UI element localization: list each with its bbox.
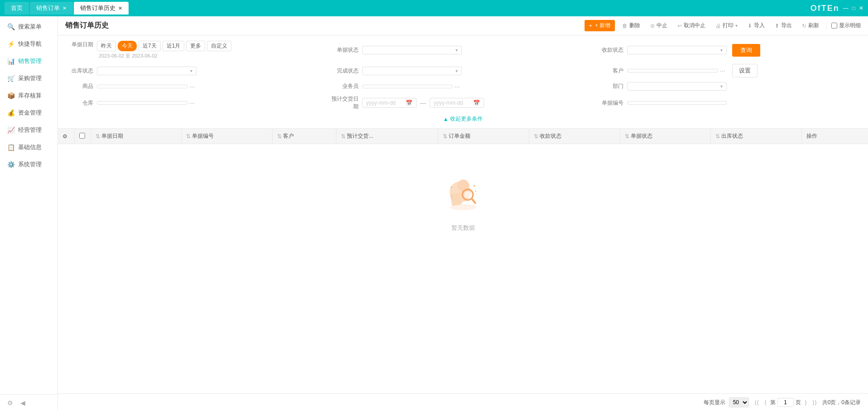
col-number: ⇅ 单据编号 [182, 129, 273, 144]
salesperson-label: 业务员 [331, 82, 362, 90]
stock-out-label: 出库状态 [65, 67, 97, 75]
sidebar-collapse-icon[interactable]: ◀ [20, 399, 25, 406]
sidebar-item-system[interactable]: ⚙️ 系统管理 [0, 156, 58, 173]
import-icon: ⬇ [748, 23, 752, 29]
print-dropdown-icon[interactable]: ▾ [735, 23, 738, 28]
tab-home[interactable]: 首页 [5, 2, 29, 15]
col-expected-date: ⇅ 预计交货... [336, 129, 438, 144]
display-detail-checkbox[interactable]: 显示明细 [831, 22, 861, 29]
sort-icon-4[interactable]: ⇅ [341, 133, 345, 140]
close-icon[interactable]: ✕ [118, 5, 122, 11]
sort-icon[interactable]: ⇅ [96, 133, 100, 140]
collapse-filter-button[interactable]: ▲ 收起更多条件 [65, 115, 861, 123]
table-settings-col: ⚙ [58, 129, 74, 144]
salesperson-more-icon[interactable]: ··· [453, 83, 462, 90]
print-button[interactable]: 🖨 打印 ▾ [713, 20, 740, 31]
chevron-down-icon: ▾ [456, 48, 458, 53]
sidebar-item-basics[interactable]: 📋 基础信息 [0, 139, 58, 156]
cancel-stop-icon: ↩ [677, 23, 682, 29]
complete-label: 完成状态 [331, 67, 362, 75]
stock-out-select[interactable]: ▾ [97, 67, 197, 75]
purchase-icon: 🛒 [7, 75, 14, 82]
expected-date-label: 预计交货日期 [331, 95, 362, 111]
settings-button[interactable]: 设置 [732, 64, 758, 77]
sort-icon-7[interactable]: ⇅ [625, 133, 629, 140]
warehouse-more-icon[interactable]: ··· [187, 99, 197, 106]
import-button[interactable]: ⬇ 导入 [745, 20, 767, 31]
date-btn-more[interactable]: 更多 [186, 41, 205, 51]
customer-more-icon[interactable]: ··· [718, 67, 727, 74]
bill-number-input[interactable] [627, 101, 727, 105]
bill-number-label: 单据编号 [595, 99, 627, 107]
customer-input[interactable] [627, 69, 718, 73]
date-btn-7days[interactable]: 近7天 [139, 41, 161, 51]
sidebar-item-inventory[interactable]: 📦 库存核算 [0, 87, 58, 104]
receipt-status-select[interactable]: ▾ [627, 46, 727, 54]
salesperson-input[interactable] [362, 85, 453, 88]
window-minimize-icon[interactable]: — [843, 5, 849, 11]
complete-select[interactable]: ▾ [362, 67, 462, 75]
sidebar-item-purchase[interactable]: 🛒 采购管理 [0, 70, 58, 87]
bill-status-select[interactable]: ▾ [362, 46, 462, 54]
tab-sales-order[interactable]: 销售订单 ✕ [30, 2, 73, 15]
per-page-select[interactable]: 50 [729, 397, 749, 407]
sidebar-item-quicknav[interactable]: ⚡ 快捷导航 [0, 35, 58, 53]
product-more-icon[interactable]: ··· [187, 83, 197, 90]
refresh-icon: ↻ [802, 23, 806, 29]
export-button[interactable]: ⬆ 导出 [772, 20, 795, 31]
delete-button[interactable]: 🗑 删除 [619, 20, 643, 31]
gear-icon[interactable]: ⚙ [62, 133, 67, 140]
display-detail-input[interactable] [831, 23, 837, 29]
first-page-button[interactable]: ⟨⟨ [753, 398, 761, 407]
prev-page-button[interactable]: ⟨ [762, 398, 768, 407]
tab-sales-order-history[interactable]: 销售订单历史 ✕ [74, 2, 129, 15]
svg-line-5 [471, 198, 475, 203]
sidebar-item-sales[interactable]: 📊 销售管理 [0, 53, 58, 70]
chevron-down-icon-2: ▾ [720, 48, 723, 53]
expected-date-to[interactable]: yyyy-mm-dd 📅 [430, 98, 484, 108]
customer-label: 客户 [595, 67, 627, 75]
sort-icon-2[interactable]: ⇅ [186, 133, 191, 140]
window-maximize-icon[interactable]: □ [852, 5, 855, 11]
sidebar-item-finance[interactable]: 💰 资金管理 [0, 104, 58, 121]
receipt-status-label: 收款状态 [595, 46, 627, 54]
delete-icon: 🗑 [622, 23, 628, 29]
expected-date-from[interactable]: yyyy-mm-dd 📅 [362, 98, 417, 108]
sort-icon-3[interactable]: ⇅ [277, 133, 282, 140]
sort-icon-6[interactable]: ⇅ [534, 133, 538, 140]
select-all-checkbox[interactable] [79, 133, 85, 139]
toolbar-divider [826, 22, 827, 29]
date-btn-today[interactable]: 今天 [118, 41, 137, 51]
refresh-button[interactable]: ↻ 刷新 [799, 20, 822, 31]
cancel-stop-button[interactable]: ↩ 取消中止 [675, 20, 708, 31]
next-page-button[interactable]: ⟩ [803, 398, 809, 407]
data-table: ⚙ ⇅ 单据日期 ⇅ [58, 129, 868, 259]
date-btn-custom[interactable]: 自定义 [207, 41, 231, 51]
window-close-icon[interactable]: ✕ [859, 5, 863, 11]
col-receipt-status: ⇅ 收款状态 [529, 129, 620, 144]
finance-icon: 💰 [7, 109, 14, 116]
date-btn-yesterday[interactable]: 昨天 [97, 41, 116, 51]
sort-icon-5[interactable]: ⇅ [443, 133, 447, 140]
sort-icon-8[interactable]: ⇅ [715, 133, 720, 140]
sidebar-item-search[interactable]: 🔍 搜索菜单 [0, 18, 58, 35]
query-button[interactable]: 查询 [732, 44, 760, 57]
sidebar-settings-icon[interactable]: ⚙ [7, 399, 13, 406]
filter-row-3: 商品 ··· 业务员 ··· 部门 [65, 82, 861, 91]
warehouse-input[interactable] [97, 101, 187, 105]
last-page-button[interactable]: ⟩⟩ [810, 398, 819, 407]
date-btn-1month[interactable]: 近1月 [163, 41, 185, 51]
sidebar-item-operations[interactable]: 📈 经营管理 [0, 121, 58, 139]
table-footer: 每页显示 50 ⟨⟨ ⟨ 第 页 ⟩ ⟩⟩ 共0页，0条记录 [58, 393, 868, 411]
page-nav: ⟨⟨ ⟨ 第 页 ⟩ ⟩⟩ [753, 398, 819, 407]
page-label: 页 [796, 399, 801, 406]
new-button[interactable]: + + 新增 [585, 20, 615, 31]
stop-button[interactable]: ⊘ 中止 [647, 20, 670, 31]
sidebar-nav: 🔍 搜索菜单 ⚡ 快捷导航 📊 销售管理 🛒 采购管理 📦 库存核算 💰 [0, 16, 58, 173]
empty-text: 暂无数据 [451, 224, 475, 232]
close-icon[interactable]: ✕ [62, 5, 67, 11]
department-select[interactable]: ▾ [627, 82, 727, 91]
product-input[interactable] [97, 85, 187, 88]
page-number-input[interactable] [777, 398, 794, 407]
system-icon: ⚙️ [7, 161, 14, 168]
